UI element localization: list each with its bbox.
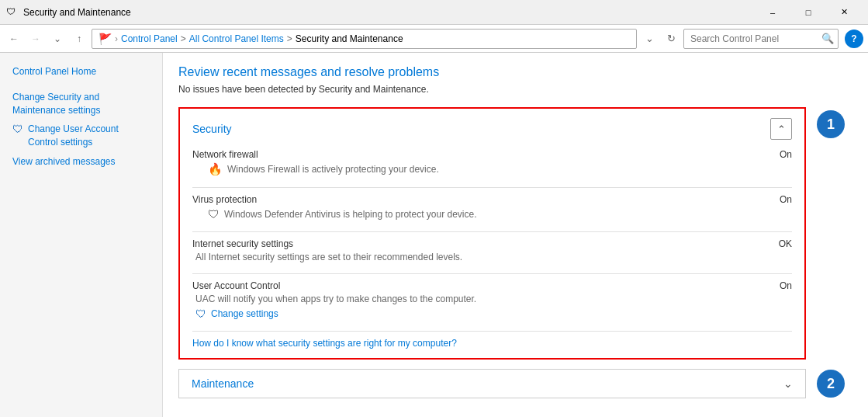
internet-security-header: Internet security settings OK — [192, 238, 792, 249]
network-firewall-label: Network firewall — [192, 149, 258, 160]
divider-1 — [192, 187, 792, 188]
help-button[interactable]: ? — [845, 30, 863, 48]
maintenance-section-wrapper: Maintenance ⌄ 2 — [178, 369, 806, 398]
path-sep-arrow: › — [115, 33, 118, 44]
up-button[interactable]: ↑ — [70, 30, 88, 48]
uac-change-row: 🛡 Change settings — [192, 308, 792, 320]
uac-item: User Account Control On UAC will notify … — [192, 280, 792, 320]
content-area: Review recent messages and resolve probl… — [163, 53, 868, 417]
search-wrapper: 🔍 — [683, 29, 839, 49]
firewall-icon: 🔥 — [208, 162, 223, 176]
internet-security-item: Internet security settings OK All Intern… — [192, 238, 792, 262]
minimize-button[interactable]: – — [755, 0, 790, 25]
back-button[interactable]: ← — [5, 30, 23, 48]
uac-header: User Account Control On — [192, 280, 792, 291]
maintenance-section-box[interactable]: Maintenance ⌄ — [178, 369, 806, 398]
path-sep-2: > — [287, 33, 292, 44]
flag-icon: 🚩 — [99, 33, 112, 45]
close-button[interactable]: ✕ — [826, 0, 862, 25]
security-section-title: Security — [192, 123, 232, 135]
internet-security-status: OK — [779, 238, 792, 249]
maintenance-collapse-icon: ⌄ — [783, 377, 793, 390]
maximize-button[interactable]: □ — [790, 0, 826, 25]
divider-3 — [192, 273, 792, 274]
divider-4 — [192, 331, 792, 332]
network-firewall-desc-text: Windows Firewall is actively protecting … — [227, 164, 439, 175]
forward-button[interactable]: → — [26, 30, 45, 48]
dropdown-path-button[interactable]: ⌄ — [640, 30, 659, 48]
title-bar: 🛡 Security and Maintenance – □ ✕ — [0, 0, 868, 25]
title-bar-title: Security and Maintenance — [23, 7, 755, 18]
network-firewall-item: Network firewall On 🔥 Windows Firewall i… — [192, 149, 792, 176]
uac-status: On — [780, 280, 792, 291]
security-section-box: Security ⌃ Network firewall On 🔥 Windows… — [178, 107, 806, 360]
sidebar-home-link[interactable]: Control Panel Home — [0, 62, 162, 82]
search-input[interactable] — [683, 29, 839, 49]
page-title: Review recent messages and resolve probl… — [178, 65, 852, 79]
uac-desc: UAC will notify you when apps try to mak… — [192, 294, 792, 304]
virus-protection-status: On — [780, 194, 792, 205]
sidebar-link-uac-wrapper: 🛡 Change User Account Control settings — [0, 120, 162, 152]
dropdown-history-button[interactable]: ⌄ — [48, 30, 67, 48]
path-current: Security and Maintenance — [296, 33, 403, 44]
network-firewall-desc: 🔥 Windows Firewall is actively protectin… — [192, 162, 792, 176]
divider-2 — [192, 231, 792, 232]
main-layout: Control Panel Home Change Security and M… — [0, 53, 868, 417]
maintenance-title: Maintenance — [192, 377, 254, 390]
address-bar: ← → ⌄ ↑ 🚩 › Control Panel > All Control … — [0, 25, 868, 53]
security-section-header: Security ⌃ — [192, 118, 792, 140]
title-bar-icon: 🛡 — [6, 6, 19, 19]
network-firewall-status: On — [780, 149, 792, 160]
sidebar-link-archived[interactable]: View archived messages — [0, 152, 162, 172]
badge-1: 1 — [817, 110, 845, 138]
path-all-items[interactable]: All Control Panel Items — [189, 33, 284, 44]
internet-security-label: Internet security settings — [192, 238, 293, 249]
internet-security-desc: All Internet security settings are set t… — [192, 252, 792, 262]
uac-label: User Account Control — [192, 280, 280, 291]
title-bar-controls: – □ ✕ — [755, 0, 862, 25]
virus-protection-header: Virus protection On — [192, 194, 792, 205]
security-collapse-button[interactable]: ⌃ — [770, 118, 792, 140]
uac-shield-icon: 🛡 — [12, 123, 23, 135]
uac-change-settings-link[interactable]: Change settings — [211, 308, 278, 319]
virus-protection-desc: 🛡 Windows Defender Antivirus is helping … — [192, 207, 792, 221]
sidebar-link-uac[interactable]: Change User Account Control settings — [28, 123, 150, 149]
badge-2: 2 — [817, 370, 845, 398]
sidebar-link-security-settings[interactable]: Change Security and Maintenance settings — [0, 88, 162, 120]
defender-icon: 🛡 — [208, 207, 220, 221]
page-subtitle: No issues have been detected by Security… — [178, 84, 852, 95]
virus-protection-item: Virus protection On 🛡 Windows Defender A… — [192, 194, 792, 221]
sidebar: Control Panel Home Change Security and M… — [0, 53, 163, 417]
address-path: 🚩 › Control Panel > All Control Panel It… — [92, 29, 637, 49]
virus-protection-desc-text: Windows Defender Antivirus is helping to… — [224, 209, 477, 220]
refresh-button[interactable]: ↻ — [662, 30, 680, 48]
path-sep-1: > — [181, 33, 186, 44]
security-footer-link[interactable]: How do I know what security settings are… — [192, 338, 792, 349]
virus-protection-label: Virus protection — [192, 194, 257, 205]
path-control-panel[interactable]: Control Panel — [121, 33, 178, 44]
uac-shield-small-icon: 🛡 — [195, 308, 206, 320]
security-section-wrapper: Security ⌃ Network firewall On 🔥 Windows… — [178, 107, 806, 360]
network-firewall-header: Network firewall On — [192, 149, 792, 160]
